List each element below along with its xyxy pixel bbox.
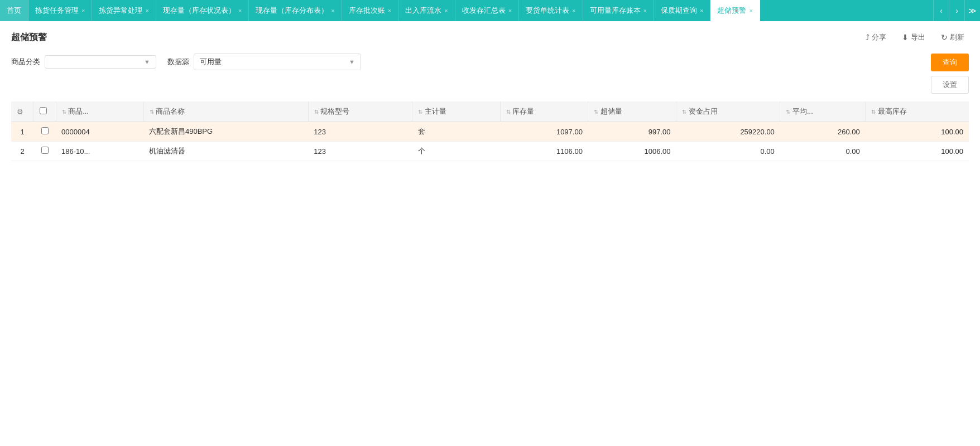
sort-icon: ⇅ <box>418 109 422 115</box>
nav-item-task[interactable]: 拣货任务管理 × <box>28 0 92 21</box>
close-icon[interactable]: × <box>508 7 512 14</box>
select-all-checkbox[interactable] <box>40 107 47 114</box>
close-icon[interactable]: × <box>81 7 85 14</box>
sort-icon: ⇅ <box>150 109 154 115</box>
row-number: 2 <box>11 142 33 161</box>
page-title: 超储预警 <box>11 32 47 43</box>
sort-icon: ⇅ <box>506 109 511 115</box>
refresh-button[interactable]: ↻ 刷新 <box>936 30 969 45</box>
cell-avg: 260.00 <box>780 122 866 142</box>
col-header-capital[interactable]: ⇅ 资金占用 <box>676 101 780 122</box>
cell-stock: 1106.00 <box>500 142 588 161</box>
nav-item-abnormal[interactable]: 拣货异常处理 × <box>92 0 156 21</box>
cell-avg: 0.00 <box>780 142 866 161</box>
nav-item-shelf-life[interactable]: 保质期查询 × <box>654 0 710 21</box>
main-content: 超储预警 ⤴ 分享 ⬇ 导出 ↻ 刷新 商品分类 ▼ <box>0 21 980 446</box>
cell-capital: 0.00 <box>676 142 780 161</box>
col-header-unit[interactable]: ⇅ 主计量 <box>412 101 501 122</box>
page-header: 超储预警 ⤴ 分享 ⬇ 导出 ↻ 刷新 <box>11 30 969 45</box>
cell-max-stock: 100.00 <box>866 142 969 161</box>
nav-arrows: ‹ › ≫ <box>933 0 980 21</box>
sort-icon: ⇅ <box>62 109 66 115</box>
cell-overstock: 1006.00 <box>588 142 676 161</box>
close-icon[interactable]: × <box>388 7 391 14</box>
close-icon[interactable]: × <box>700 7 703 14</box>
nav-item-available[interactable]: 可用量库存账本 × <box>583 0 654 21</box>
sort-icon: ⇅ <box>594 109 598 115</box>
table-header-row: ⚙ ⇅ 商品... ⇅ 商品名称 ⇅ 规格型号 ⇅ <box>11 101 969 122</box>
col-header-code[interactable]: ⇅ 商品... <box>56 101 143 122</box>
datasource-label: 数据源 <box>167 57 189 67</box>
close-icon[interactable]: × <box>643 7 647 14</box>
col-header-name[interactable]: ⇅ 商品名称 <box>143 101 308 122</box>
cell-max-stock: 100.00 <box>866 122 969 142</box>
query-button[interactable]: 查询 <box>931 54 969 71</box>
chevron-down-icon: ▼ <box>144 59 150 65</box>
nav-item-order-stat[interactable]: 要货单统计表 × <box>519 0 583 21</box>
category-select[interactable]: ▼ <box>45 55 156 69</box>
col-header-spec[interactable]: ⇅ 规格型号 <box>308 101 412 122</box>
top-navigation: 首页 拣货任务管理 × 拣货异常处理 × 现存量（库存状况表） × 现存量（库存… <box>0 0 980 21</box>
sort-icon: ⇅ <box>682 109 686 115</box>
cell-name: 机油滤清器 <box>143 142 308 161</box>
col-header-avg[interactable]: ⇅ 平均... <box>780 101 866 122</box>
nav-expand-button[interactable]: ≫ <box>964 0 980 21</box>
nav-item-home[interactable]: 首页 <box>0 0 28 21</box>
row-checkbox-cell[interactable] <box>33 122 56 142</box>
checkbox-header[interactable] <box>33 101 56 122</box>
datasource-filter-group: 数据源 可用量 ▼ <box>167 54 361 70</box>
category-filter-group: 商品分类 ▼ <box>11 55 156 69</box>
row-number: 1 <box>11 122 33 142</box>
close-icon[interactable]: × <box>331 7 334 14</box>
close-icon[interactable]: × <box>444 7 448 14</box>
action-buttons: 查询 设置 <box>931 54 969 94</box>
col-header-max-stock[interactable]: ⇅ 最高库存 <box>866 101 969 122</box>
table-row: 1 0000004 六配套新昌490BPG 123 套 1097.00 997.… <box>11 122 969 142</box>
table-row: 2 186-10... 机油滤清器 123 个 1106.00 1006.00 … <box>11 142 969 161</box>
close-icon[interactable]: × <box>145 7 148 14</box>
nav-item-summary[interactable]: 收发存汇总表 × <box>455 0 519 21</box>
col-header-stock[interactable]: ⇅ 库存量 <box>500 101 588 122</box>
settings-gear-header[interactable]: ⚙ <box>11 101 33 122</box>
row-checkbox[interactable] <box>41 147 49 154</box>
datasource-value: 可用量 <box>200 57 222 67</box>
cell-unit: 个 <box>412 142 501 161</box>
cell-name: 六配套新昌490BPG <box>143 122 308 142</box>
datasource-select[interactable]: 可用量 ▼ <box>194 54 361 70</box>
page-actions: ⤴ 分享 ⬇ 导出 ↻ 刷新 <box>861 30 969 45</box>
share-button[interactable]: ⤴ 分享 <box>861 30 891 45</box>
close-icon[interactable]: × <box>572 7 575 14</box>
gear-icon: ⚙ <box>17 108 23 116</box>
sort-icon: ⇅ <box>871 109 876 115</box>
nav-next-button[interactable]: › <box>949 0 964 21</box>
nav-item-batch[interactable]: 库存批次账 × <box>342 0 398 21</box>
data-table: ⚙ ⇅ 商品... ⇅ 商品名称 ⇅ 规格型号 ⇅ <box>11 101 969 161</box>
chevron-down-icon: ▼ <box>349 59 355 65</box>
cell-code: 186-10... <box>56 142 143 161</box>
cell-spec: 123 <box>308 122 412 142</box>
nav-prev-button[interactable]: ‹ <box>933 0 949 21</box>
close-icon[interactable]: × <box>238 7 242 14</box>
nav-item-inout[interactable]: 出入库流水 × <box>398 0 455 21</box>
row-checkbox[interactable] <box>41 127 49 134</box>
close-icon[interactable]: × <box>749 7 752 14</box>
filter-row: 商品分类 ▼ 数据源 可用量 ▼ <box>11 54 920 70</box>
export-button[interactable]: ⬇ 导出 <box>897 30 930 45</box>
sort-icon: ⇅ <box>314 109 319 115</box>
cell-overstock: 997.00 <box>588 122 676 142</box>
nav-item-overstock[interactable]: 超储预警 × <box>710 0 760 21</box>
refresh-icon: ↻ <box>941 33 948 42</box>
category-label: 商品分类 <box>11 57 40 67</box>
cell-spec: 123 <box>308 142 412 161</box>
col-header-overstock[interactable]: ⇅ 超储量 <box>588 101 676 122</box>
nav-item-stock-dist[interactable]: 现存量（库存分布表） × <box>249 0 342 21</box>
sort-icon: ⇅ <box>786 109 790 115</box>
row-checkbox-cell[interactable] <box>33 142 56 161</box>
nav-item-stock-status[interactable]: 现存量（库存状况表） × <box>156 0 249 21</box>
cell-unit: 套 <box>412 122 501 142</box>
settings-button[interactable]: 设置 <box>931 76 969 94</box>
share-icon: ⤴ <box>866 33 869 42</box>
cell-stock: 1097.00 <box>500 122 588 142</box>
cell-code: 0000004 <box>56 122 143 142</box>
cell-capital: 259220.00 <box>676 122 780 142</box>
